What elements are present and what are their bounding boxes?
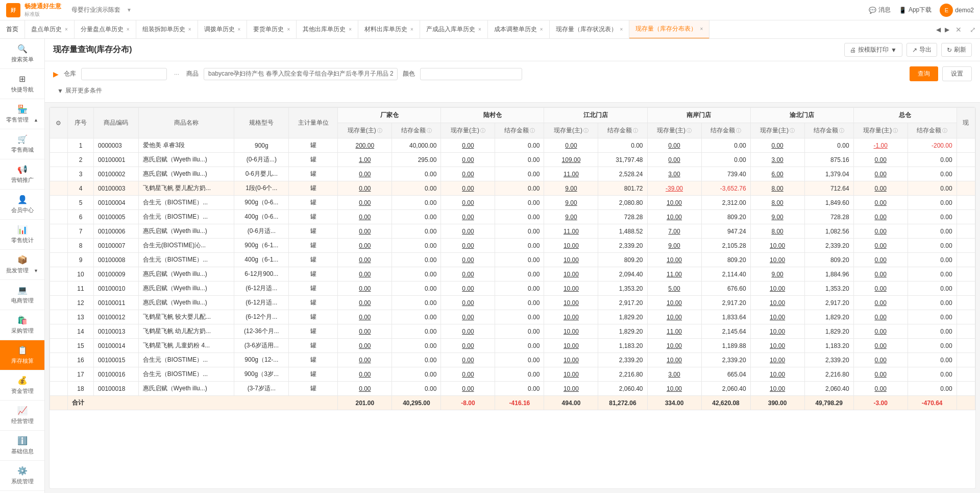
- cell-total-qty[interactable]: 0.00: [853, 267, 908, 281]
- cell-fc-qty[interactable]: 0.00: [338, 253, 392, 267]
- cell-na-qty[interactable]: 0.00: [647, 153, 701, 167]
- sidebar-item-system[interactable]: ⚙️ 系统管理: [0, 461, 44, 491]
- print-btn[interactable]: 🖨 按模版打印 ▼: [844, 43, 902, 57]
- tab-close-icon[interactable]: ×: [620, 27, 623, 32]
- cell-jb-qty[interactable]: 10.00: [544, 281, 598, 296]
- cell-jb-qty[interactable]: 109.00: [544, 153, 598, 167]
- cell-lc-qty[interactable]: 0.00: [441, 196, 495, 210]
- cell-jb-qty[interactable]: 10.00: [544, 310, 598, 324]
- cell-fc-qty[interactable]: 0.00: [338, 167, 392, 181]
- yb-amt-info-icon[interactable]: ⓘ: [839, 127, 844, 134]
- cell-total-qty[interactable]: 0.00: [853, 353, 908, 367]
- tab-close-icon[interactable]: ×: [540, 27, 543, 32]
- cell-total-qty[interactable]: 0.00: [853, 181, 908, 196]
- cell-lc-qty[interactable]: 0.00: [441, 224, 495, 239]
- cell-jb-qty[interactable]: 10.00: [544, 324, 598, 339]
- color-input[interactable]: [420, 68, 522, 80]
- cell-jb-qty[interactable]: 10.00: [544, 296, 598, 310]
- cell-yb-qty[interactable]: 10.00: [750, 367, 804, 382]
- cell-jb-qty[interactable]: 10.00: [544, 382, 598, 396]
- cell-jb-qty[interactable]: 9.00: [544, 196, 598, 210]
- cell-lc-qty[interactable]: 0.00: [441, 310, 495, 324]
- sidebar-item-marketing[interactable]: 📢 营销推广: [0, 159, 44, 190]
- cell-total-qty[interactable]: 0.00: [853, 210, 908, 224]
- cell-total-qty[interactable]: 0.00: [853, 239, 908, 253]
- cell-yb-qty[interactable]: 9.00: [750, 267, 804, 281]
- cell-jb-qty[interactable]: 10.00: [544, 239, 598, 253]
- cell-yb-qty[interactable]: 8.00: [750, 181, 804, 196]
- sidebar-item-inventory[interactable]: 📋 库存核算: [0, 340, 44, 370]
- search-btn[interactable]: 查询: [910, 66, 938, 81]
- cell-lc-qty[interactable]: 0.00: [441, 367, 495, 382]
- warehouse-more-btn[interactable]: ···: [172, 71, 181, 78]
- cell-na-qty[interactable]: -39.00: [647, 181, 701, 196]
- cell-na-qty[interactable]: 11.00: [647, 324, 701, 339]
- cell-na-qty[interactable]: 5.00: [647, 281, 701, 296]
- cell-fc-qty[interactable]: 0.00: [338, 224, 392, 239]
- cell-na-qty[interactable]: 10.00: [647, 296, 701, 310]
- cell-lc-qty[interactable]: 0.00: [441, 324, 495, 339]
- cell-fc-qty[interactable]: 0.00: [338, 181, 392, 196]
- total-amt-info-icon[interactable]: ⓘ: [942, 127, 947, 134]
- total-qty-info-icon[interactable]: ⓘ: [893, 127, 898, 134]
- cell-fc-qty[interactable]: 0.00: [338, 339, 392, 353]
- cell-jb-qty[interactable]: 10.00: [544, 353, 598, 367]
- cell-total-qty[interactable]: 0.00: [853, 324, 908, 339]
- cell-total-qty[interactable]: 0.00: [853, 253, 908, 267]
- tab-other-out[interactable]: 其他出库单历史 ×: [297, 20, 358, 39]
- cell-jb-qty[interactable]: 9.00: [544, 181, 598, 196]
- cell-jb-qty[interactable]: 10.00: [544, 339, 598, 353]
- cell-yb-qty[interactable]: 10.00: [750, 339, 804, 353]
- tab-close-active-icon[interactable]: ×: [700, 26, 703, 32]
- product-input[interactable]: [204, 68, 398, 80]
- sidebar-item-quicknav[interactable]: ⊞ 快捷导航: [0, 69, 44, 99]
- cell-na-qty[interactable]: 0.00: [647, 138, 701, 153]
- sidebar-item-member[interactable]: 👤 会员中心: [0, 190, 44, 220]
- tab-sub-inventory[interactable]: 分量盘点单历史 ×: [75, 20, 136, 39]
- sidebar-item-retail-stat[interactable]: 📊 零售统计: [0, 220, 44, 250]
- cell-lc-qty[interactable]: 0.00: [441, 138, 495, 153]
- fc-amt-info-icon[interactable]: ⓘ: [427, 127, 432, 134]
- sidebar-item-retail-shop[interactable]: 🛒 零售商城: [0, 129, 44, 159]
- cell-total-qty[interactable]: 0.00: [853, 153, 908, 167]
- cell-jb-qty[interactable]: 10.00: [544, 253, 598, 267]
- cell-yb-qty[interactable]: 10.00: [750, 324, 804, 339]
- cell-na-qty[interactable]: 3.00: [647, 167, 701, 181]
- cell-fc-qty[interactable]: 0.00: [338, 281, 392, 296]
- na-qty-info-icon[interactable]: ⓘ: [687, 127, 692, 134]
- cell-jb-qty[interactable]: 9.00: [544, 210, 598, 224]
- cell-jb-qty[interactable]: 10.00: [544, 367, 598, 382]
- tab-stock-dist[interactable]: 现存量（库存分布表） ×: [629, 20, 709, 39]
- cell-fc-qty[interactable]: 0.00: [338, 267, 392, 281]
- cell-lc-qty[interactable]: 0.00: [441, 181, 495, 196]
- tab-inventory-count[interactable]: 盘点单历史 ×: [25, 20, 75, 39]
- cell-fc-qty[interactable]: 0.00: [338, 382, 392, 396]
- cell-yb-qty[interactable]: 10.00: [750, 296, 804, 310]
- cell-na-qty[interactable]: 10.00: [647, 210, 701, 224]
- tab-purchase-order[interactable]: 要货单历史 ×: [247, 20, 297, 39]
- cell-lc-qty[interactable]: 0.00: [441, 210, 495, 224]
- setting-btn[interactable]: 设置: [942, 66, 972, 81]
- app-download-btn[interactable]: 📱 App下载: [899, 6, 932, 14]
- sidebar-item-search[interactable]: 🔍 搜索英单: [0, 39, 44, 69]
- dropdown-chevron-icon[interactable]: ▼: [127, 7, 132, 13]
- cell-fc-qty[interactable]: 0.00: [338, 367, 392, 382]
- tab-prev-btn[interactable]: ◀: [934, 26, 943, 33]
- tab-close-icon[interactable]: ×: [478, 27, 481, 32]
- cell-yb-qty[interactable]: 10.00: [750, 382, 804, 396]
- tab-close-all-btn[interactable]: ✕: [951, 26, 966, 34]
- tab-close-icon[interactable]: ×: [287, 27, 290, 32]
- cell-yb-qty[interactable]: 10.00: [750, 239, 804, 253]
- cell-na-qty[interactable]: 3.00: [647, 367, 701, 382]
- cell-jb-qty[interactable]: 11.00: [544, 224, 598, 239]
- tab-maximize-btn[interactable]: ⤢: [966, 26, 980, 34]
- sidebar-item-operations[interactable]: 📈 经营管理: [0, 401, 44, 431]
- tab-cost-adjust[interactable]: 成本调整单历史 ×: [488, 20, 550, 39]
- cell-lc-qty[interactable]: 0.00: [441, 296, 495, 310]
- cell-lc-qty[interactable]: 0.00: [441, 339, 495, 353]
- cell-na-qty[interactable]: 10.00: [647, 253, 701, 267]
- sidebar-item-purchase[interactable]: 🛍️ 采购管理: [0, 310, 44, 340]
- lc-qty-info-icon[interactable]: ⓘ: [480, 127, 485, 134]
- tab-close-icon[interactable]: ×: [238, 27, 241, 32]
- filter-collapse-btn[interactable]: ▶: [53, 70, 59, 78]
